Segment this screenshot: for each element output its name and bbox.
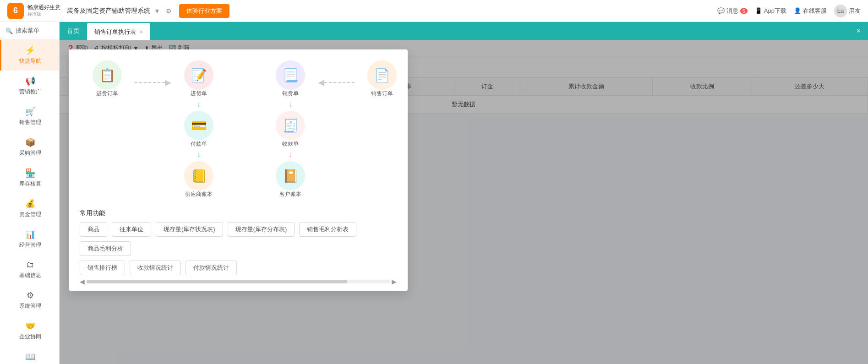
newbie-icon: 📖 [25, 352, 35, 362]
tab-home[interactable]: 首页 [60, 22, 87, 40]
avatar: Ea [834, 5, 847, 17]
marketing-icon: 📢 [25, 76, 35, 86]
app-icon: 📱 [755, 7, 762, 14]
arrow-down-payment: ↓ [197, 150, 201, 159]
arrow-down-sales: ↓ [289, 99, 293, 109]
search-icon: 🔍 [5, 27, 13, 34]
purchase-mgmt-icon: 📦 [25, 137, 35, 147]
receipt-bill-label: 收款单 [282, 140, 299, 148]
supplier-ledger-label: 供应商账本 [185, 190, 213, 198]
scroll-right-arrow[interactable]: ▶ [392, 278, 397, 285]
message-icon: 💬 [717, 7, 725, 14]
func-btn-8[interactable]: 付款情况统计 [186, 261, 237, 275]
service-icon: 👤 [794, 7, 801, 14]
logo-text: 畅康通好生意 [27, 4, 60, 11]
app-logo: 6 [7, 3, 24, 19]
func-row-2: 销售排行榜收款情况统计付款情况统计 [80, 261, 397, 275]
system-mgmt-icon: ⚙ [27, 290, 34, 300]
common-funcs-title: 常用功能 [80, 209, 397, 217]
func-row-1: 商品往来单位现存量(库存状况表)现存量(库存分布表)销售毛利分析表商品毛利分析 [80, 222, 397, 256]
payment-bill-node[interactable]: 💳 [184, 111, 213, 140]
sales-bill-label: 销货单 [282, 90, 299, 98]
scroll-thumb[interactable] [87, 280, 347, 283]
sales-order-node[interactable]: 📄 [367, 60, 397, 90]
system-title: 装备及固定资产辅助管理系统 [67, 7, 150, 15]
customer-ledger-label: 客户账本 [279, 190, 301, 198]
sidebar-item-marketing[interactable]: 📢营销推广 [0, 71, 59, 101]
supplier-ledger-node[interactable]: 📒 [184, 161, 213, 190]
func-btn-7[interactable]: 收款情况统计 [130, 261, 181, 275]
logo-sub: 标准版 [27, 11, 60, 17]
sidebar-item-quick-nav[interactable]: ⚡快捷导航 [0, 40, 59, 71]
sales-mgmt-icon: 🛒 [25, 107, 35, 117]
sidebar-item-newbie[interactable]: 📖新手引导 [0, 346, 59, 364]
common-functions-section: 常用功能 商品往来单位现存量(库存状况表)现存量(库存分布表)销售毛利分析表商品… [80, 209, 397, 275]
sidebar-item-sales-mgmt[interactable]: 🛒销售管理 [0, 101, 59, 132]
enterprise-icon: 🤝 [25, 321, 35, 331]
payment-bill-label: 付款单 [191, 140, 207, 148]
sidebar-item-basic-info[interactable]: 🗂基础信息 [0, 255, 59, 285]
message-button[interactable]: 💬 消息 6 [717, 7, 748, 15]
tab-sales-exec[interactable]: 销售订单执行表× [87, 23, 150, 41]
scroll-left-arrow[interactable]: ◀ [80, 278, 85, 285]
sidebar-item-purchase-mgmt[interactable]: 📦采购管理 [0, 132, 59, 163]
system-dropdown-icon[interactable]: ▼ [154, 7, 160, 15]
search-menu-button[interactable]: 🔍 搜索菜单 [0, 22, 59, 40]
arrow-down-receipt: ↓ [289, 150, 293, 159]
modal-overlay: 📋 进货订单 ▶ [60, 40, 868, 364]
user-avatar-button[interactable]: Ea 用友 [834, 5, 861, 17]
purchase-order-label: 进货订单 [96, 90, 118, 98]
sales-order-label: 销售订单 [371, 90, 393, 98]
func-btn-4[interactable]: 销售毛利分析表 [299, 222, 356, 237]
func-btn-0[interactable]: 商品 [80, 222, 107, 237]
purchase-bill-node[interactable]: 📝 [184, 60, 213, 90]
sidebar-item-operations[interactable]: 📊经营管理 [0, 224, 59, 255]
func-btn-6[interactable]: 销售排行榜 [80, 261, 125, 275]
sidebar-item-system-mgmt[interactable]: ⚙系统管理 [0, 285, 59, 315]
quick-nav-icon: ⚡ [25, 45, 35, 55]
purchase-order-node[interactable]: 📋 [93, 60, 122, 90]
basic-info-icon: 🗂 [26, 260, 34, 270]
sales-bill-node[interactable]: 📃 [276, 60, 305, 90]
customer-ledger-node[interactable]: 📔 [276, 161, 305, 190]
purchase-bill-label: 进货单 [191, 90, 207, 98]
modal-dialog: 📋 进货订单 ▶ [69, 49, 408, 291]
sidebar-item-inventory[interactable]: 🏪库存核算 [0, 163, 59, 193]
operations-icon: 📊 [25, 229, 35, 239]
online-service-button[interactable]: 👤 在线客服 [794, 7, 827, 15]
app-download-button[interactable]: 📱 App下载 [755, 7, 786, 15]
arrow-down-purchase: ↓ [197, 99, 201, 109]
sidebar-item-enterprise[interactable]: 🤝企业协同 [0, 315, 59, 346]
tab-close-sales-exec[interactable]: × [140, 29, 143, 35]
settings-icon[interactable]: ⚙ [166, 7, 172, 15]
try-industry-button[interactable]: 体验行业方案 [179, 4, 229, 18]
func-btn-2[interactable]: 现存量(库存状况表) [156, 222, 223, 237]
func-btn-5[interactable]: 商品毛利分析 [80, 241, 131, 256]
receipt-bill-node[interactable]: 🧾 [276, 111, 305, 140]
sidebar-item-finance[interactable]: 💰资金管理 [0, 193, 59, 224]
func-btn-3[interactable]: 现存量(库存分布表) [228, 222, 295, 237]
inventory-icon: 🏪 [25, 168, 35, 178]
flow-diagram: 📋 进货订单 ▶ [80, 60, 397, 200]
func-btn-1[interactable]: 往来单位 [112, 222, 151, 237]
tab-bar-close-button[interactable]: × [857, 27, 861, 35]
finance-icon: 💰 [25, 199, 35, 209]
message-badge: 6 [740, 8, 748, 14]
